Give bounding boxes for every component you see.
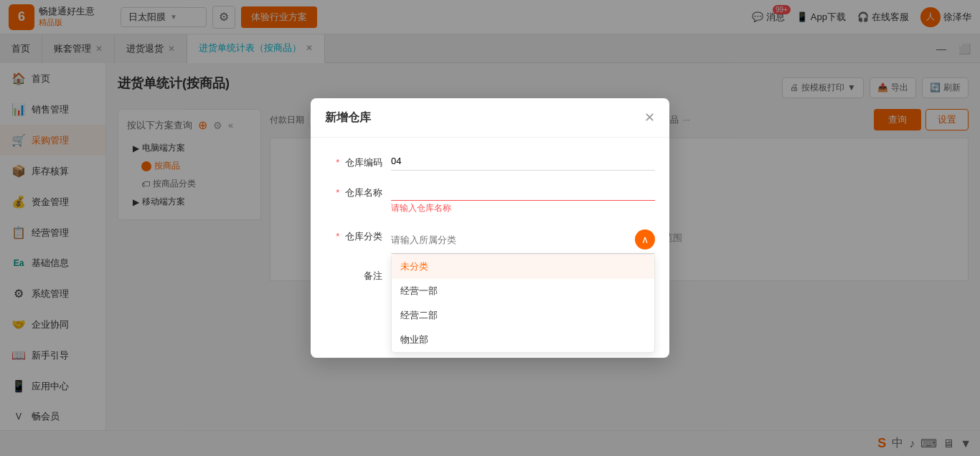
form-row-category: * 仓库分类 ∧ 未分类 经营一部 bbox=[325, 226, 655, 254]
dropdown-item-3[interactable]: 物业部 bbox=[392, 328, 654, 352]
note-label: 备注 bbox=[325, 265, 382, 282]
category-input[interactable] bbox=[391, 234, 635, 245]
dialog-body: * 仓库编码 * 仓库名称 请输入仓库名称 bbox=[311, 138, 669, 316]
name-error-msg: 请输入仓库名称 bbox=[391, 202, 655, 214]
dialog-new-warehouse: 新增仓库 ✕ * 仓库编码 * 仓库名称 bbox=[311, 98, 669, 358]
warehouse-code-input[interactable] bbox=[391, 152, 655, 171]
code-label: * 仓库编码 bbox=[325, 152, 382, 169]
dialog-close-button[interactable]: ✕ bbox=[644, 110, 655, 125]
dialog-header: 新增仓库 ✕ bbox=[311, 98, 669, 138]
modal-overlay[interactable]: 新增仓库 ✕ * 仓库编码 * 仓库名称 bbox=[0, 0, 980, 456]
dropdown-item-2[interactable]: 经营二部 bbox=[392, 303, 654, 328]
name-control: 请输入仓库名称 bbox=[391, 182, 655, 214]
form-row-name: * 仓库名称 请输入仓库名称 bbox=[325, 182, 655, 214]
name-label: * 仓库名称 bbox=[325, 182, 382, 199]
category-control: ∧ 未分类 经营一部 经营二部 物业部 bbox=[391, 226, 655, 254]
category-label: * 仓库分类 bbox=[325, 226, 382, 243]
code-control bbox=[391, 152, 655, 171]
dropdown-item-1[interactable]: 经营一部 bbox=[392, 279, 654, 303]
category-arrow-icon[interactable]: ∧ bbox=[635, 229, 655, 250]
dialog-title: 新增仓库 bbox=[325, 110, 371, 125]
category-selector[interactable]: ∧ bbox=[391, 226, 655, 254]
form-row-code: * 仓库编码 bbox=[325, 152, 655, 171]
warehouse-name-input[interactable] bbox=[391, 182, 655, 201]
category-dropdown: 未分类 经营一部 经营二部 物业部 bbox=[391, 254, 655, 353]
dropdown-item-0[interactable]: 未分类 bbox=[392, 255, 654, 279]
